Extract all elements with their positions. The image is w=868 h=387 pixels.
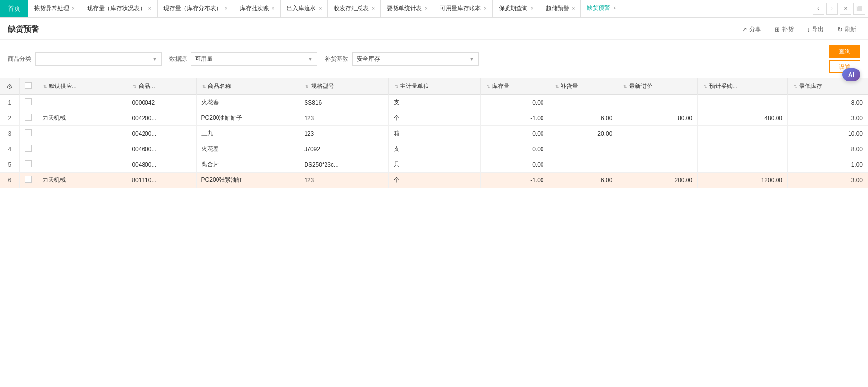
row-index: 5 bbox=[0, 157, 19, 173]
tab-home-label: 首页 bbox=[8, 4, 20, 13]
col-est-purchase-sort-icon: ⇅ bbox=[704, 84, 707, 89]
tab-batch-account-label: 库存批次账 bbox=[240, 4, 269, 13]
row-goods-code: 801110... bbox=[127, 173, 196, 188]
restock-button[interactable]: ⊞ 补货 bbox=[771, 23, 797, 35]
tab-home[interactable]: 首页 bbox=[0, 0, 28, 18]
row-goods-name: 三九 bbox=[196, 126, 299, 141]
row-stock: -1.00 bbox=[480, 110, 549, 126]
row-goods-code: 004600... bbox=[127, 141, 196, 157]
table-row[interactable]: 1 0000042 火花塞 SS816 支 0.00 8.00 bbox=[0, 95, 868, 110]
tab-shortage-close[interactable]: × bbox=[613, 5, 616, 11]
col-supplier-sort-icon: ⇅ bbox=[43, 84, 47, 89]
tab-exception-label: 拣货异常处理 bbox=[34, 4, 69, 13]
row-restock: 6.00 bbox=[549, 110, 617, 126]
row-goods-code: 004200... bbox=[127, 126, 196, 141]
row-index: 3 bbox=[0, 126, 19, 141]
col-goods-name-header: ⇅ 商品名称 bbox=[196, 78, 299, 95]
tab-next-btn[interactable]: › bbox=[826, 3, 838, 15]
tab-shortage-label: 缺货预警 bbox=[587, 4, 610, 12]
row-spec: DS250*23c... bbox=[299, 157, 389, 173]
row-unit: 只 bbox=[388, 157, 480, 173]
row-latest-price bbox=[617, 126, 698, 141]
row-checkbox[interactable] bbox=[25, 160, 32, 167]
tab-overstock[interactable]: 超储预警 × bbox=[540, 0, 581, 18]
tab-stock-dist-close[interactable]: × bbox=[225, 6, 228, 11]
tab-close-all-btn[interactable]: ✕ bbox=[840, 3, 851, 15]
row-spec: SS816 bbox=[299, 95, 389, 110]
tab-batch-account-close[interactable]: × bbox=[272, 6, 275, 11]
row-est-purchase: 480.00 bbox=[698, 110, 788, 126]
row-supplier bbox=[37, 157, 127, 173]
table-row[interactable]: 5 004800... 离合片 DS250*23c... 只 0.00 1.00 bbox=[0, 157, 868, 173]
row-goods-name: 火花塞 bbox=[196, 141, 299, 157]
tab-flow[interactable]: 出入库流水 × bbox=[281, 0, 328, 18]
row-latest-price: 80.00 bbox=[617, 110, 698, 126]
tab-demand-stat[interactable]: 要货单统计表 × bbox=[381, 0, 434, 18]
tab-navigation: ‹ › ✕ ⬜ bbox=[812, 3, 868, 15]
col-latest-price-sort-icon: ⇅ bbox=[623, 84, 627, 89]
tab-stock-status[interactable]: 现存量（库存状况表） × bbox=[81, 0, 158, 18]
query-button[interactable]: 查询 bbox=[829, 45, 860, 58]
table-gear-icon[interactable]: ⚙ bbox=[6, 83, 13, 90]
shortage-table: ⚙ ⇅ 默认供应... ⇅ 商品... ⇅ 商品名称 bbox=[0, 78, 868, 188]
tab-avail-ledger[interactable]: 可用量库存账本 × bbox=[434, 0, 493, 18]
col-settings: ⚙ bbox=[0, 78, 19, 95]
tab-overstock-close[interactable]: × bbox=[572, 6, 575, 11]
tab-exception-close[interactable]: × bbox=[72, 6, 75, 11]
datasource-filter-group: 数据源 可用量 ▼ bbox=[169, 52, 317, 66]
table-row[interactable]: 3 004200... 三九 123 箱 0.00 20.00 10.00 bbox=[0, 126, 868, 141]
row-checkbox[interactable] bbox=[25, 145, 32, 152]
export-button[interactable]: ↓ 导出 bbox=[803, 23, 828, 35]
datasource-value: 可用量 bbox=[195, 55, 213, 63]
restock-base-filter-group: 补货基数 安全库存 ▼ bbox=[325, 52, 479, 66]
row-stock: 0.00 bbox=[480, 141, 549, 157]
restock-base-arrow-icon: ▼ bbox=[470, 56, 474, 62]
refresh-button[interactable]: ↻ 刷新 bbox=[833, 23, 860, 35]
row-spec: 123 bbox=[299, 110, 389, 126]
col-min-stock-sort-icon: ⇅ bbox=[794, 84, 797, 89]
page-content: 缺货预警 ↗ 分享 ⊞ 补货 ↓ 导出 ↻ 刷新 商品分类 bbox=[0, 18, 868, 387]
row-latest-price bbox=[617, 95, 698, 110]
tab-shortage[interactable]: 缺货预警 × bbox=[581, 0, 622, 18]
col-spec-sort-icon: ⇅ bbox=[305, 84, 309, 89]
row-checkbox-cell bbox=[19, 110, 37, 126]
restock-base-value: 安全库存 bbox=[357, 55, 380, 63]
share-button[interactable]: ↗ 分享 bbox=[738, 23, 765, 35]
row-checkbox[interactable] bbox=[25, 129, 32, 136]
tab-collect[interactable]: 收发存汇总表 × bbox=[328, 0, 381, 18]
tab-prev-btn[interactable]: ‹ bbox=[813, 3, 824, 15]
row-checkbox[interactable] bbox=[25, 176, 32, 183]
tab-collect-close[interactable]: × bbox=[372, 6, 375, 11]
tab-exception[interactable]: 拣货异常处理 × bbox=[28, 0, 81, 18]
tab-avail-ledger-close[interactable]: × bbox=[484, 6, 487, 11]
row-min-stock: 1.00 bbox=[788, 157, 868, 173]
ai-badge[interactable]: Ai bbox=[842, 68, 860, 81]
row-restock: 20.00 bbox=[549, 126, 617, 141]
tab-maximize-btn[interactable]: ⬜ bbox=[853, 3, 865, 15]
row-supplier: 力天机械 bbox=[37, 173, 127, 188]
row-goods-name: 火花塞 bbox=[196, 95, 299, 110]
tab-expiry[interactable]: 保质期查询 × bbox=[493, 0, 540, 18]
restock-base-select[interactable]: 安全库存 ▼ bbox=[352, 52, 479, 66]
table-body: 1 0000042 火花塞 SS816 支 0.00 8.00 2 力天机械 0… bbox=[0, 95, 868, 188]
row-min-stock: 8.00 bbox=[788, 95, 868, 110]
restock-icon: ⊞ bbox=[775, 26, 780, 33]
category-select[interactable]: ▼ bbox=[35, 52, 162, 66]
table-row[interactable]: 4 004600... 火花塞 J7092 支 0.00 8.00 bbox=[0, 141, 868, 157]
datasource-select[interactable]: 可用量 ▼ bbox=[191, 52, 317, 66]
table-row[interactable]: 2 力天机械 004200... PC200油缸缸子 123 个 -1.00 6… bbox=[0, 110, 868, 126]
tab-stock-status-label: 现存量（库存状况表） bbox=[87, 4, 145, 13]
header-checkbox[interactable] bbox=[25, 82, 32, 89]
tab-flow-close[interactable]: × bbox=[319, 6, 322, 11]
row-supplier bbox=[37, 95, 127, 110]
row-checkbox[interactable] bbox=[25, 114, 32, 121]
tab-demand-stat-close[interactable]: × bbox=[425, 6, 428, 11]
row-checkbox[interactable] bbox=[25, 98, 32, 105]
tab-stock-dist[interactable]: 现存量（库存分布表） × bbox=[158, 0, 234, 18]
row-est-purchase bbox=[698, 126, 788, 141]
tab-batch-account[interactable]: 库存批次账 × bbox=[234, 0, 281, 18]
table-row[interactable]: 6 力天机械 801110... PC200张紧油缸 123 个 -1.00 6… bbox=[0, 173, 868, 188]
datasource-arrow-icon: ▼ bbox=[308, 56, 313, 62]
tab-expiry-close[interactable]: × bbox=[531, 6, 534, 11]
tab-stock-status-close[interactable]: × bbox=[148, 6, 151, 11]
